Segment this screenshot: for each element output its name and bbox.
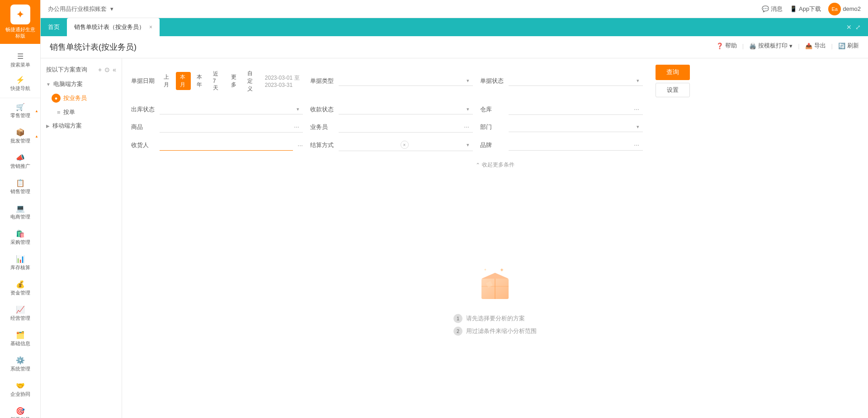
settings-scheme-icon[interactable]: ⊙ <box>104 66 110 73</box>
brand-dots[interactable]: ··· <box>634 141 639 148</box>
logo-symbol: ✦ <box>16 9 24 20</box>
export-button[interactable]: 📤 导出 <box>805 42 826 50</box>
quick-nav-label: 快捷导航 <box>10 85 30 92</box>
basic-info-icon: 🗂️ <box>16 331 25 339</box>
filter-row-1: 单据日期 上月 本月 本年 近7天 更多 自定义 2023-03-01 至 20… <box>131 65 859 97</box>
window-close-icon[interactable]: ✕ <box>844 22 854 33</box>
sidebar-item-newbie[interactable]: 🎯 新手引导 <box>0 402 40 418</box>
doc-status-select[interactable]: ▾ <box>509 76 643 86</box>
tree-label-order: 按单 <box>63 108 75 116</box>
out-status-select[interactable]: ▾ <box>160 104 303 114</box>
add-scheme-icon[interactable]: + <box>98 66 102 73</box>
collection-status-select[interactable]: ▾ <box>339 104 473 114</box>
tree-item-by-order[interactable]: ≡ 按单 <box>41 105 122 119</box>
sidebar-item-sales[interactable]: 📋 销售管理 <box>0 174 40 200</box>
sidebar-search-menu[interactable]: ☰ 搜索菜单 <box>4 48 37 72</box>
date-btn-last-month[interactable]: 上月 <box>160 72 174 90</box>
warehouse-select[interactable]: ··· <box>509 104 643 115</box>
department-select[interactable]: ▾ <box>509 122 643 132</box>
sidebar-item-enterprise[interactable]: 🤝 企业协同 <box>0 377 40 402</box>
topbar: 办公用品行业模拟账套 ▾ 💬 消息 📱 App下载 Ea demo2 <box>41 0 868 18</box>
tree-item-salesperson[interactable]: ● 按业务员 <box>41 91 122 105</box>
sidebar-item-system[interactable]: ⚙️ 系统管理 <box>0 352 40 377</box>
breadcrumb-dropdown[interactable]: ▾ <box>110 5 113 12</box>
sidebar-item-operation[interactable]: 📈 经营管理 <box>0 301 40 326</box>
goods-select[interactable]: ··· <box>160 121 303 133</box>
filter-warehouse-field: 仓库 ··· <box>480 104 643 115</box>
warehouse-label: 仓库 <box>480 105 505 114</box>
date-btn-this-year[interactable]: 本年 <box>193 72 207 90</box>
tree-item-pc[interactable]: ▼ 电脑端方案 <box>41 77 122 91</box>
sidebar-item-inventory[interactable]: 📊 库存核算 <box>0 250 40 276</box>
tree-icon-order: ≡ <box>57 109 61 116</box>
user-profile[interactable]: Ea demo2 <box>828 3 861 15</box>
sidebar: ✦ 畅捷通好生意 标版 ☰ 搜索菜单 ⚡ 快捷导航 🛒 零售管理 📦 批发管理 … <box>0 0 41 418</box>
payment-method-select[interactable]: × ▾ <box>339 139 473 151</box>
sidebar-item-basic-info[interactable]: 🗂️ 基础信息 <box>0 326 40 352</box>
tab-sales-report[interactable]: 销售单统计表（按业务员） × <box>67 18 160 36</box>
doc-type-select[interactable]: ▾ <box>339 76 473 86</box>
date-btn-7days[interactable]: 近7天 <box>209 69 225 93</box>
tab-home[interactable]: 首页 <box>41 18 67 36</box>
message-button[interactable]: 💬 消息 <box>762 5 783 13</box>
enterprise-label: 企业协同 <box>10 391 30 398</box>
print-label: 按模板打印 <box>758 42 788 50</box>
filter-salesperson-field: 业务员 ··· <box>310 121 473 133</box>
sales-icon: 📋 <box>16 179 25 187</box>
warehouse-dots[interactable]: ··· <box>634 105 639 113</box>
empty-step-2: 2 用过滤条件来缩小分析范围 <box>453 327 537 336</box>
sidebar-item-purchase[interactable]: 🛍️ 采购管理 <box>0 225 40 250</box>
sidebar-item-retail[interactable]: 🛒 零售管理 <box>0 98 40 124</box>
payment-clear-icon[interactable]: × <box>401 141 409 149</box>
filter-doc-status-field: 单据状态 ▾ <box>480 76 643 86</box>
sidebar-item-finance[interactable]: 💰 资金管理 <box>0 276 40 301</box>
quick-nav[interactable]: ⚡ 快捷导航 <box>4 72 37 95</box>
salesperson-dots[interactable]: ··· <box>464 123 469 130</box>
app-download-button[interactable]: 📱 App下载 <box>790 5 821 13</box>
query-button[interactable]: 查询 <box>656 65 690 80</box>
sidebar-item-marketing[interactable]: 📣 营销推广 <box>0 149 40 174</box>
sidebar-item-wholesale[interactable]: 📦 批发管理 <box>0 124 40 149</box>
collapse-bar[interactable]: ⌃ 收起更多条件 <box>131 157 859 172</box>
brand-select[interactable]: ··· <box>509 139 643 151</box>
filter-payment-method-field: 结算方式 × ▾ <box>310 139 473 151</box>
page-content: 销售单统计表(按业务员) ❓ 帮助 | 🖨️ 按模板打印 ▾ | 📤 导出 | <box>41 36 868 418</box>
message-icon: 💬 <box>762 5 769 12</box>
goods-dots[interactable]: ··· <box>294 123 299 130</box>
date-btn-custom[interactable]: 自定义 <box>243 68 261 94</box>
settings-button[interactable]: 设置 <box>656 83 690 97</box>
ecommerce-label: 电商管理 <box>10 214 30 220</box>
salesperson-select[interactable]: ··· <box>339 121 473 133</box>
receiver-input[interactable] <box>160 140 293 151</box>
tree-badge-salesperson: ● <box>52 94 61 103</box>
left-panel-title: 按以下方案查询 <box>46 66 87 74</box>
step-num-1: 1 <box>453 314 462 323</box>
tab-close-icon[interactable]: × <box>149 24 152 30</box>
enterprise-icon: 🤝 <box>16 381 25 390</box>
date-btn-this-month[interactable]: 本月 <box>176 72 190 90</box>
receiver-dots[interactable]: ··· <box>297 142 303 149</box>
sidebar-item-ecommerce[interactable]: 💻 电商管理 <box>0 200 40 225</box>
tab-sales-report-label: 销售单统计表（按业务员） <box>74 23 145 31</box>
tree-item-mobile[interactable]: ▶ 移动端方案 <box>41 119 122 133</box>
filter-row-3: 商品 ··· 业务员 ··· <box>131 121 859 133</box>
date-btn-more[interactable]: 更多 <box>227 72 241 90</box>
step-1-label: 请先选择要分析的方案 <box>466 314 525 323</box>
retail-icon: 🛒 <box>16 103 25 111</box>
help-button[interactable]: ❓ 帮助 <box>716 42 737 50</box>
divider2: | <box>798 43 799 49</box>
topbar-right: 💬 消息 📱 App下载 Ea demo2 <box>762 3 861 15</box>
collapse-icon: ⌃ <box>476 162 480 168</box>
print-button[interactable]: 🖨️ 按模板打印 ▾ <box>749 42 793 50</box>
tree-label-salesperson: 按业务员 <box>63 94 87 102</box>
filter-brand-field: 品牌 ··· <box>480 139 643 151</box>
refresh-button[interactable]: 🔄 刷新 <box>838 42 859 50</box>
goods-label: 商品 <box>131 123 156 131</box>
print-icon: 🖨️ <box>749 43 756 49</box>
sidebar-navigation: 🛒 零售管理 📦 批发管理 📣 营销推广 📋 销售管理 💻 电商管理 🛍️ 采购… <box>0 98 40 418</box>
collapse-panel-icon[interactable]: « <box>113 66 116 73</box>
date-options: 上月 本月 本年 近7天 更多 自定义 2023-03-01 至 2023-03… <box>160 68 303 94</box>
window-expand-icon[interactable]: ⤢ <box>854 22 863 33</box>
help-label: 帮助 <box>725 42 737 50</box>
tabs-bar: 首页 销售单统计表（按业务员） × ✕ ⤢ <box>41 18 868 36</box>
